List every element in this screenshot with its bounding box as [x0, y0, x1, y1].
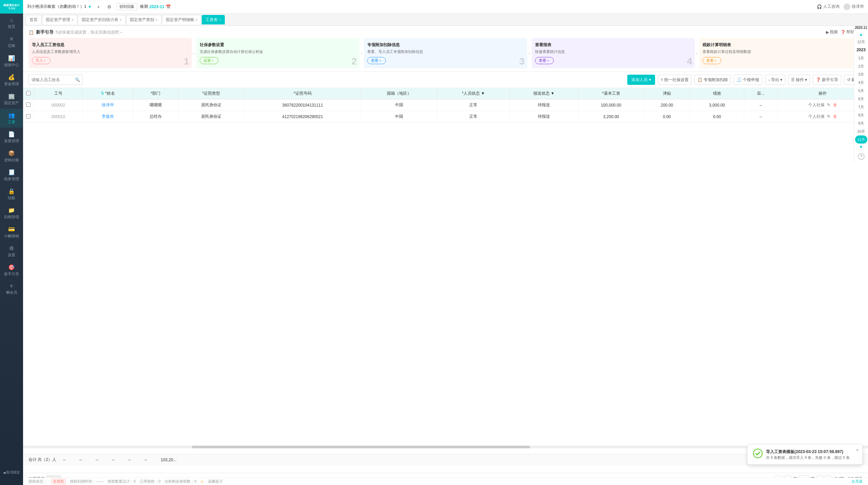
close-period-icon: 🔒	[8, 188, 15, 194]
home-icon: ⌂	[10, 17, 13, 23]
tab-depreciation[interactable]: 固定资产折旧统计表 ×	[78, 15, 125, 24]
id-num-cell: 412702198206290521	[244, 111, 361, 123]
search-icon: 🔍	[75, 77, 80, 82]
step-arrow-1: ›	[192, 51, 196, 56]
step-arrow-2: ›	[359, 51, 364, 56]
nationality-cell: 中国	[361, 111, 434, 123]
main-content: 📋 新手引导 5步快速完成设置，快去完善信息吧～ ▶ 视频 ❓ 帮助 × 1 导…	[23, 26, 434, 243]
inventory-icon: 📦	[8, 150, 15, 156]
old-version-btn[interactable]: 切到旧版	[116, 3, 137, 10]
sidebar-item-expense[interactable]: 💳 小畅报销	[0, 223, 23, 242]
search-input[interactable]	[28, 75, 83, 85]
sort-icon[interactable]: ⇅	[101, 91, 104, 96]
tab-salary[interactable]: 工资表 ×	[202, 15, 225, 24]
fixed-assets-icon: 🏢	[8, 93, 15, 99]
th-name: ⇅ *姓名	[83, 88, 133, 99]
emp-id-cell: 000010	[34, 111, 83, 123]
calendar-icon[interactable]: 📅	[166, 4, 171, 9]
name-cell: 李俊杰	[83, 111, 133, 123]
guide-steps: 1 导入员工工资信息 人员信息及工资数据新增导入 导入＞ › 2 社保参数设置 …	[28, 38, 434, 68]
app-logo: 畅捷通好会计 专业版	[0, 0, 23, 14]
id-num-cell: 360782200104131111	[244, 99, 361, 111]
sidebar-item-home[interactable]: ⌂ 首页	[0, 14, 23, 33]
settings-btn[interactable]: ⚙	[105, 3, 114, 11]
archive-icon: 📁	[8, 207, 15, 213]
dept-cell: 总经办	[133, 111, 178, 123]
sidebar-item-fund[interactable]: 💰 资金管理	[0, 71, 23, 90]
th-checkbox	[23, 88, 34, 99]
sidebar-item-invoicing[interactable]: 📄 发票管理	[0, 128, 23, 147]
sidebar-item-salary[interactable]: 👥 工资	[0, 109, 23, 128]
toolbar: 🔍 添加人员 ▾ ⚕ 统一社保设置 📋 专项附加扣除 🧾 个税申报 ↓ 导出 ▾…	[23, 72, 434, 88]
employee-table: 工号 ⇅ *姓名 *部门 *证照类型 *证照号码 国籍（地区） *人员状态 ▼ …	[23, 88, 434, 123]
data-table-wrap: 工号 ⇅ *姓名 *部门 *证照类型 *证照号码 国籍（地区） *人员状态 ▼ …	[23, 88, 434, 243]
reports-icon: 📊	[8, 55, 15, 61]
select-all-checkbox[interactable]	[26, 91, 31, 95]
guide-panel: 📋 新手引导 5步快速完成设置，快去完善信息吧～ ▶ 视频 ❓ 帮助 × 1 导…	[23, 26, 434, 72]
th-id-type: *证照类型	[178, 88, 244, 99]
sidebar-item-archive[interactable]: 📁 归档管理	[0, 204, 23, 223]
id-type-cell: 居民身份证	[178, 111, 244, 123]
search-wrap: 🔍	[28, 75, 83, 85]
tab-close-salary[interactable]: ×	[219, 18, 221, 22]
sidebar: 畅捷通好会计 专业版 ⌂ 首页 ≡ 总账 📊 报表中心 💰 资金管理 🏢 固定资…	[0, 0, 23, 243]
guide-step-1-btn[interactable]: 导入＞	[32, 57, 51, 64]
sidebar-item-settings[interactable]: ⚙ 设置	[0, 242, 23, 243]
th-dept: *部门	[133, 88, 178, 99]
th-id-num: *证照号码	[244, 88, 361, 99]
sidebar-item-general-ledger[interactable]: ≡ 总账	[0, 33, 23, 52]
sidebar-item-fixed-assets[interactable]: 🏢 固定资产	[0, 90, 23, 109]
dept-cell: 嗯嗯嗯	[133, 99, 178, 111]
tab-close-asset-category[interactable]: ×	[156, 18, 158, 22]
th-emp-id: 工号	[34, 88, 83, 99]
expense-icon: 💳	[8, 226, 15, 232]
tab-asset-category[interactable]: 固定资产类别 ×	[126, 15, 161, 24]
guide-step-2: 2 社保参数设置 完成社保参数设置自动计算社保公积金 设置＞	[196, 38, 360, 68]
row-2-checkbox[interactable]	[26, 114, 31, 118]
th-nationality: 国籍（地区）	[361, 88, 434, 99]
guide-step-3: 3 专项附加扣除信息 查看、导入员工专项附加扣除信息 查看＞	[364, 38, 434, 68]
salary-icon: 👥	[8, 112, 15, 118]
name-cell: 徐泽华	[83, 99, 133, 111]
table-row: 000010 李俊杰 总经办 居民身份证 412702198206290521 …	[23, 111, 434, 123]
header: 刘小艳演示账套（勿删勿动！）1 ▼ + ⚙ 切到旧版 账期 2023-11 📅 …	[23, 0, 434, 14]
guide-step-1: 1 导入员工工资信息 人员信息及工资数据新增导入 导入＞	[28, 38, 192, 68]
nationality-cell: 中国	[361, 99, 434, 111]
row-1-checkbox[interactable]	[26, 102, 31, 107]
emp-id-cell: 000002	[34, 99, 83, 111]
tab-home[interactable]: 首页	[26, 15, 41, 24]
sidebar-item-close[interactable]: 🔒 结账	[0, 185, 23, 204]
guide-title: 📋 新手引导 5步快速完成设置，快去完善信息吧～	[28, 29, 434, 35]
ledger-icon: ≡	[10, 36, 13, 42]
guide-step-3-btn[interactable]: 查看＞	[367, 57, 386, 64]
tab-asset-detail[interactable]: 固定资产明细账 ×	[162, 15, 201, 24]
add-account-btn[interactable]: +	[95, 3, 103, 11]
guide-step-2-btn[interactable]: 设置＞	[200, 57, 218, 64]
table-header-row: 工号 ⇅ *姓名 *部门 *证照类型 *证照号码 国籍（地区） *人员状态 ▼ …	[23, 88, 434, 99]
id-type-cell: 居民身份证	[178, 99, 244, 111]
emp-name-link[interactable]: 李俊杰	[102, 114, 114, 119]
sidebar-item-reports[interactable]: 📊 报表中心	[0, 52, 23, 71]
tab-close-depreciation[interactable]: ×	[120, 18, 122, 22]
sidebar-item-tax[interactable]: 🧾 税务管理	[0, 166, 23, 185]
fund-icon: 💰	[8, 74, 15, 80]
tab-bar: 首页 固定资产管理 × 固定资产折旧统计表 × 固定资产类别 × 固定资产明细账…	[23, 14, 434, 26]
invoice-icon: 📄	[8, 131, 15, 137]
row-checkbox	[23, 111, 34, 123]
sidebar-item-inventory[interactable]: 📦 进销台账	[0, 147, 23, 166]
account-title: 刘小艳演示账套（勿删勿动！）1 ▼	[27, 4, 92, 10]
tab-close-fixed-asset[interactable]: ×	[72, 18, 74, 22]
tab-close-asset-detail[interactable]: ×	[196, 18, 198, 22]
account-dropdown[interactable]: ▼	[88, 4, 92, 9]
table-row: 000002 徐泽华 嗯嗯嗯 居民身份证 360782200104131111 …	[23, 99, 434, 111]
tax-icon: 🧾	[8, 169, 15, 175]
tab-fixed-asset[interactable]: 固定资产管理 ×	[42, 15, 77, 24]
row-checkbox	[23, 99, 34, 111]
period-display: 账期 2023-11 📅	[140, 4, 171, 10]
emp-name-link[interactable]: 徐泽华	[102, 102, 114, 107]
